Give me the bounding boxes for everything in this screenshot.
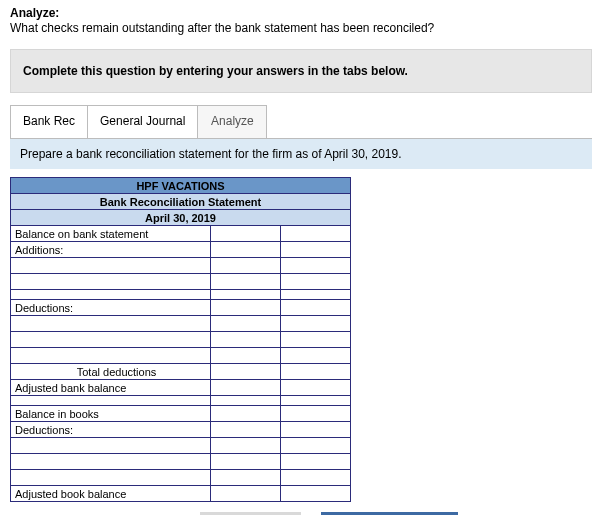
prepare-bar: Prepare a bank reconciliation statement …: [10, 138, 592, 169]
cell-input[interactable]: [281, 380, 351, 396]
cell-input[interactable]: [11, 470, 211, 486]
stmt-date: April 30, 2019: [11, 210, 351, 226]
tab-bank-rec[interactable]: Bank Rec: [10, 105, 88, 139]
cell-input[interactable]: [11, 274, 211, 290]
analyze-heading: Analyze:: [10, 6, 592, 20]
row-adjusted-bank-balance[interactable]: Adjusted bank balance: [11, 380, 211, 396]
cell-input[interactable]: [281, 486, 351, 502]
cell-input[interactable]: [11, 438, 211, 454]
cell-input[interactable]: [211, 348, 281, 364]
stmt-title: HPF VACATIONS: [11, 178, 351, 194]
cell-input[interactable]: [211, 226, 281, 242]
cell-input[interactable]: [211, 332, 281, 348]
cell-input[interactable]: [11, 258, 211, 274]
analyze-question: What checks remain outstanding after the…: [10, 21, 592, 35]
cell-input[interactable]: [211, 422, 281, 438]
cell-input[interactable]: [281, 274, 351, 290]
cell-input[interactable]: [211, 438, 281, 454]
cell-input[interactable]: [281, 242, 351, 258]
cell-input[interactable]: [211, 470, 281, 486]
cell-input[interactable]: [211, 316, 281, 332]
cell-input[interactable]: [281, 348, 351, 364]
cell-input[interactable]: [281, 332, 351, 348]
row-additions[interactable]: Additions:: [11, 242, 211, 258]
reconciliation-table: HPF VACATIONS Bank Reconciliation Statem…: [10, 177, 351, 502]
tabs-row: Bank Rec General Journal Analyze: [10, 105, 592, 139]
cell-input[interactable]: [281, 438, 351, 454]
cell-input[interactable]: [281, 226, 351, 242]
cell-input[interactable]: [281, 300, 351, 316]
cell-input[interactable]: [211, 486, 281, 502]
cell-input[interactable]: [211, 364, 281, 380]
row-deductions-2[interactable]: Deductions:: [11, 422, 211, 438]
cell-input[interactable]: [211, 274, 281, 290]
row-balance-on-bank-statement[interactable]: Balance on bank statement: [11, 226, 211, 242]
stmt-subtitle: Bank Reconciliation Statement: [11, 194, 351, 210]
cell-input[interactable]: [211, 380, 281, 396]
cell-input[interactable]: [211, 242, 281, 258]
cell-input[interactable]: [11, 348, 211, 364]
row-deductions[interactable]: Deductions:: [11, 300, 211, 316]
cell-input[interactable]: [211, 454, 281, 470]
instruction-box: Complete this question by entering your …: [10, 49, 592, 93]
cell-input[interactable]: [211, 300, 281, 316]
cell-input[interactable]: [281, 454, 351, 470]
cell-input[interactable]: [11, 454, 211, 470]
cell-input[interactable]: [281, 470, 351, 486]
row-adjusted-book-balance[interactable]: Adjusted book balance: [11, 486, 211, 502]
row-total-deductions[interactable]: Total deductions: [11, 364, 211, 380]
cell-input[interactable]: [281, 406, 351, 422]
tab-general-journal[interactable]: General Journal: [87, 105, 198, 139]
cell-input[interactable]: [281, 316, 351, 332]
cell-input[interactable]: [11, 316, 211, 332]
cell-input[interactable]: [11, 332, 211, 348]
tab-analyze[interactable]: Analyze: [197, 105, 267, 139]
cell-input[interactable]: [211, 258, 281, 274]
row-balance-in-books[interactable]: Balance in books: [11, 406, 211, 422]
cell-input[interactable]: [281, 258, 351, 274]
cell-input[interactable]: [281, 364, 351, 380]
cell-input[interactable]: [281, 422, 351, 438]
cell-input[interactable]: [211, 406, 281, 422]
